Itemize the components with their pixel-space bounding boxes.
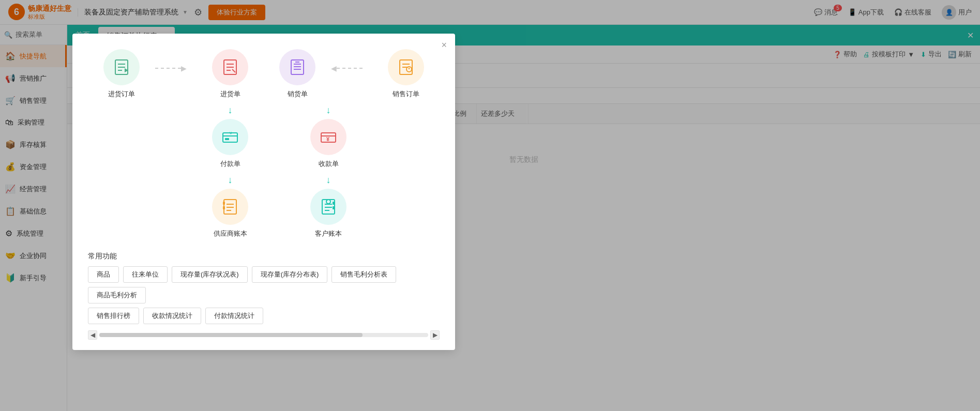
flow-node-payment[interactable]: ¥ 付款单 [197,119,264,169]
func-sales-profit-button[interactable]: 销售毛利分析表 [331,266,396,283]
svg-point-38 [326,200,330,204]
scrollbar-track[interactable] [99,333,428,337]
popup-scrollbar: ◀ ▶ [88,330,440,340]
payment-icon: ¥ [221,128,239,146]
svg-rect-21 [225,138,229,140]
svg-text:¥: ¥ [326,136,330,142]
down-arrow-pay: ↓ [197,174,264,187]
flow-diagram: 进货订单 ▶ [88,49,440,243]
supplier-ledger-icon [221,197,239,216]
func-receipt-stats-button[interactable]: 收款情况统计 [143,308,201,324]
down-arrow-rec: ↓ [295,174,362,187]
flow-node-sales-bill[interactable]: 销货单 [264,49,331,99]
func-product-button[interactable]: 商品 [88,266,119,283]
func-grid-2: 销售排行榜 收款情况统计 付款情况统计 [88,308,440,324]
func-stock-dist-button[interactable]: 现存量(库存分布表) [252,266,328,283]
svg-text:¥: ¥ [229,131,232,135]
flow-row-arrows2: ↓ ↓ [88,174,440,187]
func-payment-stats-button[interactable]: 付款情况统计 [205,308,263,324]
purchase-icon [221,58,239,77]
flow-node-receipt[interactable]: ¥ 收款单 [295,119,362,169]
flow-node-purchase[interactable]: 进货单 [197,49,264,99]
scroll-left-button[interactable]: ◀ [88,330,97,340]
purchase-circle [212,49,248,85]
flow-node-sales-order[interactable]: 销售订单 [372,49,440,99]
flow-row-2: ¥ 付款单 ¥ 收款单 [88,119,440,169]
func-grid: 商品 往来单位 现存量(库存状况表) 现存量(库存分布表) 销售毛利分析表 商品… [88,266,440,303]
sales-order-circle [388,49,424,85]
func-sales-rank-button[interactable]: 销售排行榜 [88,308,139,324]
receipt-icon: ¥ [319,128,338,146]
purchase-order-circle [103,49,140,85]
svg-rect-34 [333,206,335,209]
customer-ledger-circle [310,189,346,225]
func-contacts-button[interactable]: 往来单位 [123,266,168,283]
down-arrow-right: ↓ [295,104,362,117]
popup-close-button[interactable]: × [441,40,447,51]
payment-circle: ¥ [212,119,248,155]
arrow-sales: ◀ [331,64,372,72]
flow-node-purchase-order[interactable]: 进货订单 [88,49,155,99]
flow-row-3: 供应商账本 客户账本 [88,189,440,238]
scrollbar-thumb [99,333,363,337]
svg-rect-33 [333,202,335,205]
flow-row-1: 进货订单 ▶ [88,49,440,99]
svg-rect-28 [223,206,225,209]
purchase-order-icon [112,58,131,77]
common-title: 常用功能 [88,252,440,261]
receipt-circle: ¥ [310,119,346,155]
scroll-right-button[interactable]: ▶ [430,330,440,340]
sales-order-icon [397,58,415,77]
sales-bill-circle [279,49,315,85]
common-functions: 常用功能 商品 往来单位 现存量(库存状况表) 现存量(库存分布表) 销售毛利分… [88,252,440,324]
down-arrow-left: ↓ [197,104,264,117]
flow-node-supplier-ledger[interactable]: 供应商账本 [197,189,264,238]
arrow-purchase: ▶ [155,64,197,72]
sales-bill-icon [288,58,307,77]
flow-col-right: 销货单 ◀ [264,49,440,99]
flow-node-customer-ledger[interactable]: 客户账本 [295,189,362,238]
func-stock-status-button[interactable]: 现存量(库存状况表) [172,266,248,283]
supplier-ledger-circle [212,189,248,225]
func-product-profit-button[interactable]: 商品毛利分析 [88,287,146,303]
svg-rect-27 [223,202,225,205]
flow-col-left: 进货订单 ▶ [88,49,264,99]
flow-row-arrows: ↓ ↓ [88,104,440,117]
customer-ledger-icon [319,197,338,216]
flow-popup: × [72,34,455,350]
